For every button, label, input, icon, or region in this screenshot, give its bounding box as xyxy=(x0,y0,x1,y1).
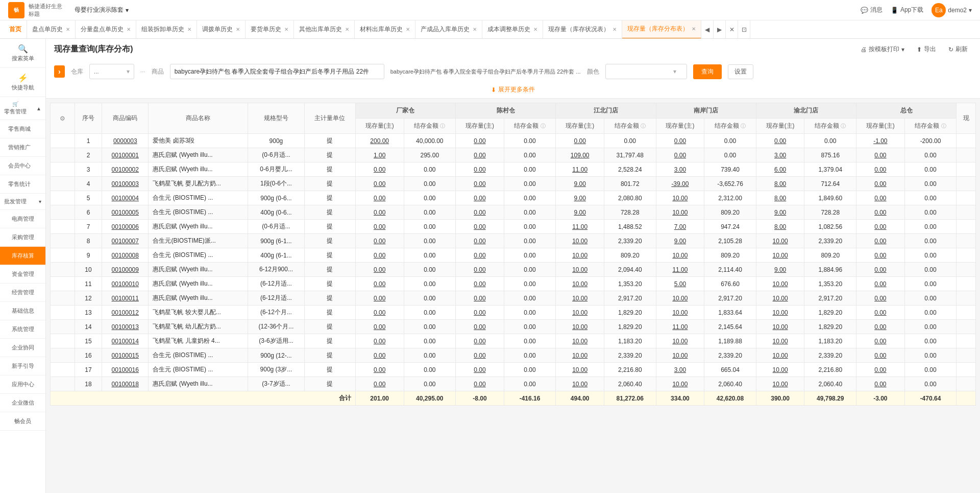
sidebar-item-ops[interactable]: 经营管理 xyxy=(0,284,45,302)
sidebar-item-marketing[interactable]: 营销推广 xyxy=(0,138,45,157)
sidebar-item-retail[interactable]: 🛒 零售管理 ▲ xyxy=(0,97,45,120)
message-btn[interactable]: 💬 消息 xyxy=(861,6,883,14)
tab-close-icon[interactable]: ✕ xyxy=(127,27,131,32)
tab-product-in[interactable]: 产成品入库单历史 ✕ xyxy=(415,20,482,39)
tab-close-icon[interactable]: ✕ xyxy=(66,27,70,32)
settings-btn[interactable]: 设置 xyxy=(728,64,753,79)
tab-next-btn[interactable]: ▶ xyxy=(714,20,726,39)
goods-field[interactable] xyxy=(175,68,369,75)
tab-close-icon[interactable]: ✕ xyxy=(473,27,477,32)
code-link[interactable]: 00100004 xyxy=(112,195,139,202)
code-link[interactable]: 00100007 xyxy=(112,238,139,245)
info-icon[interactable]: ⓘ xyxy=(941,123,946,129)
tab-stock-status[interactable]: 现存量（库存状况表） ✕ xyxy=(543,20,622,39)
sidebar-item-fan[interactable]: 畅会员 xyxy=(0,412,45,431)
code-link[interactable]: 00100006 xyxy=(112,223,139,230)
info-icon[interactable]: ⓘ xyxy=(440,123,445,129)
code-link[interactable]: 00100003 xyxy=(112,180,139,187)
info-icon[interactable]: ⓘ xyxy=(741,123,746,129)
filter-collapse-btn[interactable]: › xyxy=(54,65,65,78)
row-idx: 3 xyxy=(75,162,102,177)
tab-material-out[interactable]: 材料出库单历史 ✕ xyxy=(355,20,415,39)
sidebar-item-basic[interactable]: 基础信息 xyxy=(0,302,45,320)
sidebar-item-search[interactable]: 🔍 搜索英单 xyxy=(0,39,45,68)
info-icon[interactable]: ⓘ xyxy=(841,123,846,129)
footer-na-amount: 42,620.08 xyxy=(704,391,756,406)
tab-close-icon[interactable]: ✕ xyxy=(345,27,349,32)
tab-close-icon[interactable]: ✕ xyxy=(612,27,617,32)
sidebar-item-member[interactable]: 会员中心 xyxy=(0,157,45,175)
tab-order[interactable]: 要货单历史 ✕ xyxy=(246,20,294,39)
sidebar-item-corp[interactable]: 企业协同 xyxy=(0,339,45,357)
sidebar-item-wholesale[interactable]: 批发管理 ▾ xyxy=(0,194,45,210)
code-link[interactable]: 00100011 xyxy=(112,295,139,302)
sidebar-item-apps[interactable]: 应用中心 xyxy=(0,375,45,394)
warehouse-field[interactable] xyxy=(94,68,125,75)
code-link[interactable]: 00100016 xyxy=(112,366,139,373)
goods-input[interactable] xyxy=(170,64,384,79)
code-link[interactable]: 0000003 xyxy=(113,137,137,145)
code-link[interactable]: 00100002 xyxy=(112,166,139,173)
table-row: 1 0000003 爱他美 卤苏3段 900g 提 200.00 40,000.… xyxy=(51,134,976,148)
table-container[interactable]: ⚙ 序号 商品编码 商品名称 规格型号 主计量单位 厂家仓 陈村仓 江北门店 南… xyxy=(46,99,980,493)
sidebar-item-stock[interactable]: 库存核算 xyxy=(0,247,45,265)
code-link[interactable]: 00100010 xyxy=(112,280,139,288)
table-row: 5 00100004 合生元 (BIOSTIME) ... 900g (0-6.… xyxy=(51,191,976,205)
sidebar-item-corp-wx[interactable]: 企业微信 xyxy=(0,394,45,412)
query-btn[interactable]: 查询 xyxy=(693,64,722,79)
sidebar-item-guide[interactable]: 新手引导 xyxy=(0,357,45,375)
code-link[interactable]: 00100014 xyxy=(112,338,139,345)
tab-expand-btn[interactable]: ⊡ xyxy=(738,20,750,39)
sidebar-item-purchase[interactable]: 采购管理 xyxy=(0,228,45,247)
code-link[interactable]: 00100008 xyxy=(112,252,139,259)
row-spec: 900g (0-6... xyxy=(248,191,304,205)
sidebar-item-finance[interactable]: 资金管理 xyxy=(0,265,45,284)
tab-close-icon[interactable]: ✕ xyxy=(187,27,191,32)
warehouse-input[interactable]: ▾ xyxy=(89,64,134,79)
company-selector[interactable]: 母婴行业演示陈套 ▾ xyxy=(75,6,129,14)
user-menu[interactable]: Ea demo2 ▾ xyxy=(932,3,972,17)
tab-prev-btn[interactable]: ◀ xyxy=(701,20,714,39)
code-link[interactable]: 00100013 xyxy=(112,323,139,331)
code-link[interactable]: 00100012 xyxy=(112,309,139,316)
sidebar-item-system[interactable]: 系统管理 xyxy=(0,320,45,339)
tab-stock-dist[interactable]: 现存量（库存分布表） ✕ xyxy=(622,20,701,39)
info-icon[interactable]: ⓘ xyxy=(641,123,646,129)
tab-transfer[interactable]: 调拨单历史 ✕ xyxy=(197,20,246,39)
tab-home[interactable]: 首页 xyxy=(4,20,27,39)
tab-fdspot[interactable]: 分量盘点单历史 ✕ xyxy=(76,20,136,39)
settings-icon[interactable]: ⚙ xyxy=(57,113,67,124)
refresh-btn[interactable]: ↻ 刷新 xyxy=(944,43,972,56)
tab-close-icon[interactable]: ✕ xyxy=(284,27,288,32)
code-link[interactable]: 00100005 xyxy=(112,209,139,216)
sidebar-item-ecom[interactable]: 电商管理 xyxy=(0,210,45,228)
tab-close-icon[interactable]: ✕ xyxy=(406,27,410,32)
sidebar-item-retail-store[interactable]: 零售商城 xyxy=(0,120,45,138)
row-jb-amount: 1,488.52 xyxy=(604,220,656,234)
tab-dspot[interactable]: 盘点单历史 ✕ xyxy=(27,20,76,39)
table-row: 18 00100018 惠氏启赋 (Wyeth illu... (3-7岁适..… xyxy=(51,377,976,391)
code-link[interactable]: 00100018 xyxy=(112,381,139,388)
app-download-btn[interactable]: 📱 App下载 xyxy=(891,6,923,14)
tab-other-out[interactable]: 其他出库单历史 ✕ xyxy=(294,20,355,39)
tab-close-icon[interactable]: ✕ xyxy=(533,27,537,32)
tab-close-icon[interactable]: ✕ xyxy=(236,27,240,32)
tab-group[interactable]: 组装拆卸单历史 ✕ xyxy=(136,20,197,39)
col-settings[interactable]: ⚙ xyxy=(51,103,75,134)
code-link[interactable]: 00100015 xyxy=(112,352,139,359)
code-link[interactable]: 00100009 xyxy=(112,266,139,273)
export-btn[interactable]: ⬆ 导出 xyxy=(913,43,940,56)
tab-close-all-btn[interactable]: ✕ xyxy=(726,20,738,39)
info-icon[interactable]: ⓘ xyxy=(541,123,546,129)
print-btn[interactable]: 🖨 按模板打印 ▾ xyxy=(856,43,909,56)
sidebar-item-retail-stat[interactable]: 零售统计 xyxy=(0,175,45,194)
code-link[interactable]: 00100001 xyxy=(112,152,139,159)
color-field[interactable] xyxy=(610,68,671,75)
sidebar-item-quick[interactable]: ⚡ 快捷导航 xyxy=(0,68,45,97)
color-input[interactable]: ▾ xyxy=(605,64,687,79)
row-na-stock: 5.00 xyxy=(656,277,704,291)
tab-cost-adj[interactable]: 成本调整单历史 ✕ xyxy=(482,20,543,39)
expand-conditions-btn[interactable]: ⬇ 展开更多条件 xyxy=(491,85,535,94)
tab-close-icon[interactable]: ✕ xyxy=(692,26,696,32)
row-na-stock: 10.00 xyxy=(656,377,704,391)
